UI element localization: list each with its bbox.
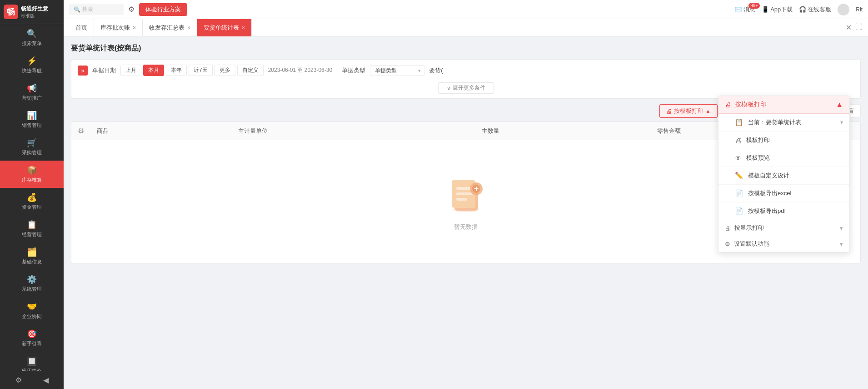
sidebar-icon-system: ⚙️ [27, 274, 37, 284]
sidebar-item-system[interactable]: ⚙️系统管理 [0, 270, 64, 297]
date-buttons: 上月本月本年近7天更多自定义 [120, 65, 264, 76]
message-btn[interactable]: ✉️ 消息 99+ [735, 5, 755, 14]
sidebar-label-collab: 企业协同 [22, 313, 42, 320]
tab-label-receipt-summary: 收发存汇总表 [149, 24, 185, 32]
date-btn-5[interactable]: 自定义 [237, 65, 264, 76]
dropdown-template-print[interactable]: 🖨 模板打印 [718, 131, 849, 149]
tab-label-order-stats: 要货单统计表 [204, 24, 239, 32]
export-excel-icon: 📄 [735, 189, 743, 197]
username-label: Rit [856, 6, 863, 13]
topbar-right: ✉️ 消息 99+ 📱 App下载 🎧 在线客服 Rit [735, 4, 863, 15]
sidebar-icon-marketing: 📢 [27, 83, 37, 93]
sidebar-item-shortcut[interactable]: ⚡快捷导航 [0, 51, 64, 79]
industry-btn[interactable]: 体验行业方案 [139, 3, 187, 16]
tab-order-stats[interactable]: 要货单统计表× [197, 19, 252, 36]
printer-icon-header: 🖨 [725, 101, 731, 108]
settings-icon[interactable]: ⚙ [15, 376, 22, 384]
date-label: 单据日期 [92, 66, 116, 75]
topbar-search[interactable]: 🔍 搜索 [69, 4, 124, 15]
tab-label-inventory-batch: 库存批次账 [100, 24, 130, 32]
sidebar-footer: ⚙ ◀ [0, 371, 64, 389]
sidebar-item-marketing[interactable]: 📢营销推广 [0, 79, 64, 106]
template-design-icon: ✏️ [735, 172, 743, 180]
sidebar-icon-basic: 🗂️ [27, 247, 37, 257]
avatar[interactable] [838, 4, 849, 15]
tab-receipt-summary[interactable]: 收发存汇总表× [143, 19, 197, 36]
dropdown-template-preview[interactable]: 👁 模板预览 [718, 149, 849, 167]
expand-more-row: ∨ 展开更多条件 [78, 82, 854, 94]
customer-service-btn[interactable]: 🎧 在线客服 [799, 5, 831, 14]
sidebar-item-guide[interactable]: 🎯新手引导 [0, 324, 64, 352]
dropdown-default-func[interactable]: ⚙ 设置默认功能 ▾ [718, 236, 849, 252]
tab-close-order-stats[interactable]: × [242, 25, 245, 31]
col-goods: 商品 [90, 122, 232, 140]
order-type-select[interactable]: 单据类型 [370, 65, 424, 76]
sidebar-label-marketing: 营销推广 [22, 95, 42, 101]
sidebar-item-purchase[interactable]: 🛒采购管理 [0, 133, 64, 161]
dropdown-export-excel[interactable]: 📄 按模板导出excel [718, 185, 849, 202]
tab-home[interactable]: 首页 [69, 19, 94, 36]
sidebar-item-appstore[interactable]: 🔲应用中心 [0, 352, 64, 371]
topbar-gear-icon[interactable]: ⚙ [128, 5, 135, 14]
dropdown-export-pdf[interactable]: 📄 按模板导出pdf [718, 202, 849, 220]
sidebar-label-operation: 经营管理 [22, 231, 42, 238]
sidebar-nav: 🔍搜索菜单⚡快捷导航📢营销推广📊销售管理🛒采购管理📦库存核算💰资金管理📋经营管理… [0, 24, 64, 371]
sidebar-icon-shortcut: ⚡ [27, 56, 37, 66]
search-icon: 🔍 [74, 6, 80, 13]
display-print-icon: 🖨 [725, 225, 731, 232]
sidebar-icon-appstore: 🔲 [27, 356, 37, 366]
sidebar-logo-text: 畅通好生意 标准版 [21, 5, 48, 19]
sidebar-item-finance[interactable]: 💰资金管理 [0, 188, 64, 215]
sidebar-item-sales[interactable]: 📊销售管理 [0, 106, 64, 133]
sidebar-item-operation[interactable]: 📋经营管理 [0, 215, 64, 242]
sidebar: 畅 畅通好生意 标准版 🔍搜索菜单⚡快捷导航📢营销推广📊销售管理🛒采购管理📦库存… [0, 0, 64, 389]
order-type-label: 单据类型 [342, 66, 365, 75]
page-title: 要货单统计表(按商品) [71, 44, 861, 53]
tab-close-inventory-batch[interactable]: × [133, 25, 136, 31]
print-arrow-up-icon: ▲ [705, 108, 711, 115]
export-pdf-icon: 📄 [735, 207, 743, 215]
filter-bar: » 单据日期 上月本月本年近7天更多自定义 2023-06-01 至 2023-… [71, 60, 861, 99]
col-settings[interactable]: ⚙ [71, 122, 90, 140]
dropdown-current-template[interactable]: 📋 当前：要货单统计表 ▾ [718, 114, 849, 131]
expand-window-btn[interactable]: ⛶ [855, 23, 863, 32]
tab-label-home: 首页 [75, 24, 87, 32]
print-template-btn[interactable]: 🖨 按模板打印 ▲ [659, 104, 718, 118]
sidebar-icon-collab: 🤝 [27, 302, 37, 312]
sidebar-label-search: 搜索菜单 [22, 40, 42, 47]
sidebar-label-appstore: 应用中心 [22, 368, 42, 371]
collapse-icon[interactable]: ◀ [43, 376, 49, 384]
date-btn-2[interactable]: 本年 [166, 65, 187, 76]
dropdown-display-print[interactable]: 🖨 按显示打印 ▾ [718, 220, 849, 236]
dropdown-close-btn[interactable]: ▲ [836, 101, 843, 109]
sidebar-icon-finance: 💰 [27, 192, 37, 202]
sidebar-item-inventory[interactable]: 📦库存核算 [0, 161, 64, 188]
tab-close-receipt-summary[interactable]: × [187, 25, 190, 31]
sidebar-icon-search: 🔍 [27, 29, 37, 39]
sidebar-item-basic[interactable]: 🗂️基础信息 [0, 242, 64, 270]
expand-icon: ∨ [447, 85, 451, 91]
sidebar-item-collab[interactable]: 🤝企业协同 [0, 297, 64, 324]
order-type-select-wrap: 单据类型 [370, 65, 424, 76]
expand-more-btn[interactable]: ∨ 展开更多条件 [438, 82, 494, 94]
dropdown-header-left: 🖨 按模板打印 [725, 101, 767, 109]
sidebar-item-search[interactable]: 🔍搜索菜单 [0, 24, 64, 51]
sidebar-label-inventory: 库存核算 [22, 177, 42, 183]
content-area: 要货单统计表(按商品) » 单据日期 上月本月本年近7天更多自定义 2023-0… [64, 36, 868, 389]
date-btn-3[interactable]: 近7天 [189, 65, 213, 76]
date-btn-0[interactable]: 上月 [120, 65, 141, 76]
close-window-btn[interactable]: ✕ [846, 23, 852, 32]
date-btn-1[interactable]: 本月 [143, 65, 164, 76]
filter-expand-btn[interactable]: » [78, 66, 88, 76]
app-download-btn[interactable]: 📱 App下载 [762, 5, 793, 14]
sidebar-label-basic: 基础信息 [22, 258, 42, 265]
date-btn-4[interactable]: 更多 [215, 65, 235, 76]
sidebar-label-system: 系统管理 [22, 286, 42, 293]
tab-inventory-batch[interactable]: 库存批次账× [94, 19, 143, 36]
sidebar-icon-operation: 📋 [27, 220, 37, 230]
sidebar-icon-inventory: 📦 [27, 165, 37, 175]
sidebar-label-shortcut: 快捷导航 [22, 67, 42, 74]
sidebar-label-sales: 销售管理 [22, 122, 42, 129]
main-area: 🔍 搜索 ⚙ 体验行业方案 ✉️ 消息 99+ 📱 App下载 🎧 在线客服 R… [64, 0, 868, 389]
dropdown-template-design[interactable]: ✏️ 模板自定义设计 [718, 167, 849, 185]
